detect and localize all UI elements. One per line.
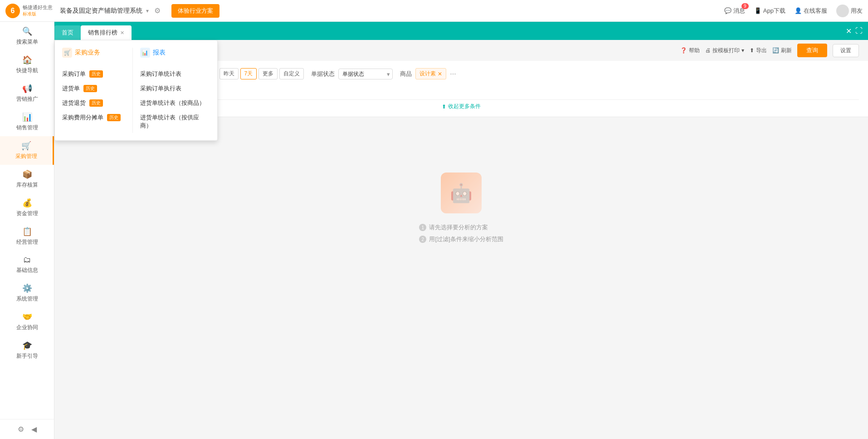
sidebar: 🔍 搜索菜单 🏠 快捷导航 📢 营销推广 📊 销售管理 🛒 采购管理 📦 库存核… xyxy=(0,0,54,439)
po-exec-label: 采购订单执行表 xyxy=(140,85,181,92)
dropdown-item-po-stats[interactable]: 采购订单统计表 xyxy=(140,67,210,81)
sidebar-label-operation: 经营管理 xyxy=(16,238,38,246)
print-icon: 🖨 xyxy=(705,47,711,54)
newbie-icon: 🎓 xyxy=(22,340,32,350)
user-avatar xyxy=(836,5,849,17)
sidebar-label-system: 系统管理 xyxy=(16,295,38,303)
dropdown-item-receipt-stats-goods[interactable]: 进货单统计表（按商品） xyxy=(140,96,210,110)
date-custom-btn[interactable]: 自定义 xyxy=(279,68,304,79)
sidebar-label-marketing: 营销推广 xyxy=(16,95,38,103)
user-item[interactable]: 用友 xyxy=(836,5,863,17)
trial-button[interactable]: 体验行业方案 xyxy=(171,4,219,18)
sidebar-item-enterprise[interactable]: 🤝 企业协同 xyxy=(0,307,54,336)
sidebar-label-capital: 资金管理 xyxy=(16,210,38,217)
sidebar-item-purchase[interactable]: 🛒 采购管理 xyxy=(0,136,54,165)
app-logo: 6 xyxy=(5,4,20,18)
tab-sales-ranking[interactable]: 销售排行榜 ✕ xyxy=(81,25,132,40)
search-icon: 🔍 xyxy=(22,26,32,36)
refresh-icon: 🔄 xyxy=(772,47,779,54)
sidebar-bottom: ⚙ ◀ xyxy=(0,419,54,439)
tab-bar-expand-icon[interactable]: ⛶ xyxy=(855,27,863,35)
goods-tag-text: 设计素 xyxy=(419,70,436,78)
home-icon: 🏠 xyxy=(22,55,32,65)
dropdown-item-po-exec[interactable]: 采购订单执行表 xyxy=(140,81,210,96)
inventory-icon: 📦 xyxy=(22,169,32,179)
message-item[interactable]: 💬 消息 9 xyxy=(724,7,745,15)
sidebar-item-search[interactable]: 🔍 搜索菜单 xyxy=(0,22,54,50)
goods-more-icon[interactable]: ··· xyxy=(450,70,456,78)
sidebar-label-search: 搜索菜单 xyxy=(16,38,38,46)
dropdown-item-purchase-expense[interactable]: 采购费用分摊单 历史 xyxy=(62,110,132,125)
dropdown-item-purchase-receipt[interactable]: 进货单 历史 xyxy=(62,81,132,96)
tab-home[interactable]: 首页 xyxy=(54,25,81,40)
date-more-btn[interactable]: 更多 xyxy=(258,68,278,79)
report-section-title: 📊 报表 xyxy=(140,48,210,61)
purchase-section-icon: 🛒 xyxy=(62,48,72,58)
collapse-label: 收起更多条件 xyxy=(448,103,481,110)
app-download-item[interactable]: 📱 App下载 xyxy=(754,7,785,15)
history-badge-1: 历史 xyxy=(89,70,103,78)
bill-status-filter: 单据状态 单据状态 ▾ xyxy=(311,69,393,79)
sidebar-label-newbie: 新手引导 xyxy=(16,352,38,360)
basic-icon: 🗂 xyxy=(23,255,31,265)
dropdown-item-receipt-stats-supplier[interactable]: 进货单统计表（按供应商） xyxy=(140,110,210,133)
export-label: 导出 xyxy=(756,47,767,54)
sidebar-item-capital[interactable]: 💰 资金管理 xyxy=(0,193,54,222)
online-service-label: 在线客服 xyxy=(804,7,827,15)
online-service-item[interactable]: 👤 在线客服 xyxy=(795,7,827,15)
purchase-receipt-label: 进货单 xyxy=(62,84,80,93)
sidebar-label-sales: 销售管理 xyxy=(16,124,38,132)
sidebar-item-sales[interactable]: 📊 销售管理 xyxy=(0,108,54,136)
refresh-button[interactable]: 🔄 刷新 xyxy=(772,47,792,54)
settings-icon[interactable]: ⚙ xyxy=(154,6,161,15)
sidebar-settings-icon[interactable]: ⚙ xyxy=(18,425,24,434)
goods-filter: 商品 设计素 ✕ ··· xyxy=(400,68,456,79)
logo-area: 6 畅捷通好生意 标准版 xyxy=(5,4,60,18)
sidebar-item-marketing[interactable]: 📢 营销推广 xyxy=(0,79,54,108)
sidebar-collapse-icon[interactable]: ◀ xyxy=(31,425,37,434)
sidebar-item-basic[interactable]: 🗂 基础信息 xyxy=(0,251,54,279)
tab-close-icon[interactable]: ✕ xyxy=(120,30,124,36)
history-badge-4: 历史 xyxy=(107,114,121,121)
system-icon: ⚙️ xyxy=(22,283,32,293)
step-2-text: 用[过滤]条件来缩小分析范围 xyxy=(429,235,503,243)
sidebar-item-quick-nav[interactable]: 🏠 快捷导航 xyxy=(0,50,54,79)
settings-button2[interactable]: 设置 xyxy=(833,44,859,57)
export-button[interactable]: ⬆ 导出 xyxy=(750,47,767,54)
tab-home-label: 首页 xyxy=(62,29,73,37)
step-1-text: 请先选择要分析的方案 xyxy=(429,223,488,232)
marketing-icon: 📢 xyxy=(22,84,32,94)
report-column: 📊 报表 采购订单统计表 采购订单执行表 进货单统计表（按商品） 进货单统计表（… xyxy=(132,48,210,133)
sales-icon: 📊 xyxy=(22,112,32,122)
phone-icon: 📱 xyxy=(754,7,761,14)
bill-status-select[interactable]: 单据状态 xyxy=(338,69,393,79)
sidebar-item-newbie[interactable]: 🎓 新手引导 xyxy=(0,336,54,365)
company-badge: 标准版 xyxy=(23,11,53,17)
help-label: 帮助 xyxy=(689,47,700,54)
message-icon: 💬 xyxy=(724,7,731,14)
date-yesterday-btn[interactable]: 昨天 xyxy=(219,68,239,79)
capital-icon: 💰 xyxy=(22,198,32,208)
tab-bar-close-icon[interactable]: ✕ xyxy=(846,27,852,35)
sidebar-item-inventory[interactable]: 📦 库存核算 xyxy=(0,165,54,193)
step-2-num: 2 xyxy=(419,236,426,243)
collapse-icon: ⬆ xyxy=(442,104,446,110)
title-dropdown-arrow[interactable]: ▾ xyxy=(146,8,149,14)
print-button[interactable]: 🖨 按模板打印 ▾ xyxy=(705,47,744,54)
company-name: 畅捷通好生意 xyxy=(23,4,53,10)
receipt-stats-goods-label: 进货单统计表（按商品） xyxy=(140,99,205,106)
dropdown-item-purchase-return[interactable]: 进货退货 历史 xyxy=(62,96,132,110)
purchase-expense-label: 采购费用分摊单 xyxy=(62,113,103,122)
export-icon: ⬆ xyxy=(750,47,754,54)
sidebar-item-operation[interactable]: 📋 经营管理 xyxy=(0,222,54,251)
dropdown-columns: 🛒 采购业务 采购订单 历史 进货单 历史 进货退货 历史 采购费用分摊单 历史 xyxy=(62,48,210,133)
history-badge-2: 历史 xyxy=(83,85,97,92)
empty-area: 🤖 1 请先选择要分析的方案 2 用[过滤]条件来缩小分析范围 xyxy=(54,117,868,299)
goods-tag-close[interactable]: ✕ xyxy=(438,71,442,77)
query-button[interactable]: 查询 xyxy=(797,44,827,57)
sidebar-item-system[interactable]: ⚙️ 系统管理 xyxy=(0,279,54,307)
help-button[interactable]: ❓ 帮助 xyxy=(680,47,700,54)
message-count: 9 xyxy=(741,3,749,9)
date-7days-btn[interactable]: 7天 xyxy=(240,68,257,79)
dropdown-item-purchase-order[interactable]: 采购订单 历史 xyxy=(62,67,132,81)
